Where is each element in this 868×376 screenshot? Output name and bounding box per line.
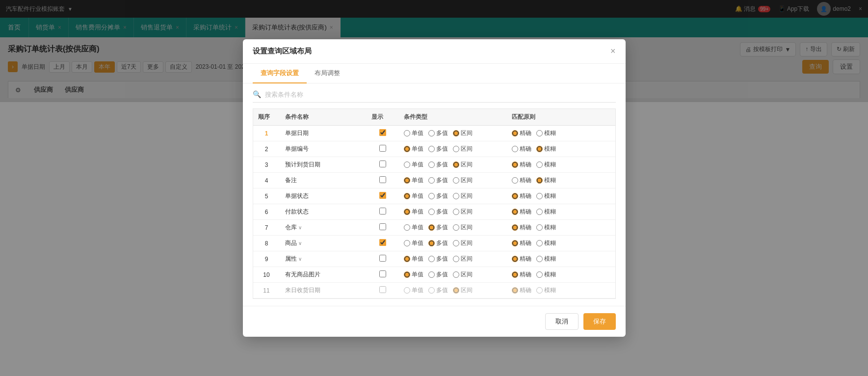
modal-close-button[interactable]: × (610, 46, 616, 56)
modal-header: 设置查询区域布局 × (243, 39, 626, 64)
tab-layout-adjust[interactable]: 布局调整 (307, 64, 348, 83)
modal-title: 设置查询区域布局 (253, 47, 312, 56)
search-bar: 🔍 (253, 90, 616, 102)
modal-dialog: 设置查询区域布局 × 查询字段设置 布局调整 🔍 顺序 条件名称 (243, 39, 626, 102)
modal-tabs: 查询字段设置 布局调整 (243, 64, 626, 83)
modal-body: 🔍 顺序 条件名称 显示 条件类型 匹配原则 (243, 83, 626, 102)
modal-overlay: 设置查询区域布局 × 查询字段设置 布局调整 🔍 顺序 条件名称 (0, 0, 868, 102)
search-icon: 🔍 (253, 90, 261, 98)
search-input[interactable] (265, 91, 363, 98)
tab-query-fields[interactable]: 查询字段设置 (253, 64, 307, 83)
